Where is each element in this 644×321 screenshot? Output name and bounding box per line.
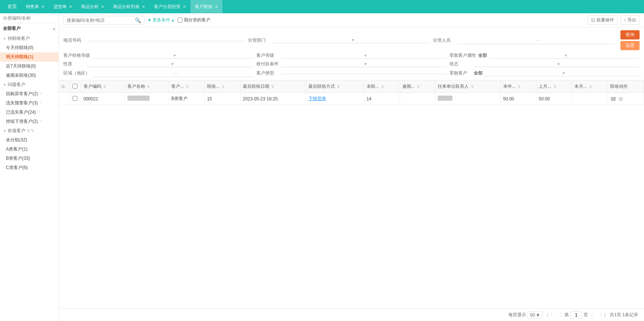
value-customer-refresh-icon[interactable]: ↻ xyxy=(27,128,30,133)
nav-sales[interactable]: 销售单 ✕ xyxy=(21,0,49,13)
sidebar-item-c-class[interactable]: C类客户(6) xyxy=(0,163,59,172)
nav-purchase[interactable]: 进货单 ✕ xyxy=(49,0,77,13)
first-page-button[interactable]: |〈 xyxy=(546,311,554,319)
page-number-input[interactable] xyxy=(570,311,582,319)
col-overdue-sort-icon[interactable]: ⇅ xyxy=(417,84,420,89)
sidebar-group-value-customers[interactable]: 价值客户 ↻ ✎ xyxy=(0,126,59,135)
row-checkbox[interactable] xyxy=(73,96,77,101)
filter-phone-input[interactable] xyxy=(88,39,245,41)
more-filter-button[interactable]: ▼ 更多条件 ▲ xyxy=(147,17,175,23)
filter-retail-attr-select[interactable]: ▼ xyxy=(489,53,640,59)
filter-customer-level-label: 客户等级 xyxy=(256,52,279,59)
sidebar-item-a-class[interactable]: A类客户(1) xyxy=(0,145,59,154)
col-not-contact-sort-icon[interactable]: ⇅ xyxy=(381,84,384,89)
my-customers-checkbox-label[interactable]: 我分管的客户 xyxy=(178,17,210,23)
col-this-year-sort-icon[interactable]: ⇅ xyxy=(518,84,521,89)
col-action-header: 联络动作 xyxy=(608,80,644,93)
nav-customer-contact[interactable]: 客户联络 ✕ xyxy=(190,0,223,13)
close-analysis-icon[interactable]: ✕ xyxy=(101,4,104,9)
row-contact-count: 15 xyxy=(204,93,240,105)
value-customer-edit-icon[interactable]: ✎ xyxy=(31,128,34,133)
bulk-action-button[interactable]: ☑ 批量操作 xyxy=(588,15,617,25)
sidebar-item-today-contact[interactable]: 今天待联络(0) xyxy=(0,43,59,52)
col-last-month-sort-icon[interactable]: ⇅ xyxy=(553,84,556,89)
close-customer-level-icon[interactable]: ✕ xyxy=(183,4,186,9)
help-icon-churn[interactable]: ? xyxy=(40,101,42,105)
col-last-method-sort-icon[interactable]: ⇅ xyxy=(337,84,340,89)
sidebar-item-b-class[interactable]: B类客户(33) xyxy=(0,154,59,163)
help-icon-abnormal[interactable]: ? xyxy=(40,92,42,96)
col-contact-sort-icon[interactable]: ⇅ xyxy=(221,84,224,89)
col-settings[interactable]: ⚙ xyxy=(59,80,70,93)
sidebar-search-input[interactable] xyxy=(3,15,58,21)
help-icon-churned[interactable]: ? xyxy=(38,110,40,114)
status-arrow-icon: ▼ xyxy=(557,62,638,66)
sidebar-item-tomorrow-contact[interactable]: 明天待联络(1) xyxy=(0,52,59,62)
filter-price-level: 客户价格等级 ▼ xyxy=(63,52,253,59)
last-page-button[interactable]: 〉| xyxy=(598,311,607,319)
nav-home[interactable]: 首页 xyxy=(3,0,21,13)
search-box[interactable]: 🔍 xyxy=(63,16,144,25)
sidebar-item-ungrouped[interactable]: 未分组(32) xyxy=(0,135,59,145)
col-unit-contact-sort-icon[interactable]: ⇅ xyxy=(471,84,474,89)
row-last-method[interactable]: 下销货单 xyxy=(306,93,364,105)
filter-price-level-select[interactable]: ▼ xyxy=(92,53,253,59)
sidebar-item-overdue-contact[interactable]: 逾期未联络(30) xyxy=(0,71,59,80)
col-code-sort-icon[interactable]: ⇅ xyxy=(103,84,106,89)
filter-status-select[interactable]: ▼ xyxy=(474,61,640,67)
col-name-header: 客户名称 ⇅ xyxy=(125,80,169,93)
sidebar-group-problem-customers[interactable]: 问题客户 xyxy=(0,80,59,89)
filter-customer-type-select[interactable] xyxy=(281,72,447,74)
next-page-button[interactable]: 〉 xyxy=(589,311,597,319)
close-sales-icon[interactable]: ✕ xyxy=(41,4,45,9)
sidebar-item-declining[interactable]: 持续下滑客户(2) ? xyxy=(0,117,59,126)
select-all-checkbox[interactable] xyxy=(73,84,77,89)
close-analysis-list-icon[interactable]: ✕ xyxy=(142,4,145,9)
page-size-box[interactable]: 50 ▼ xyxy=(528,311,543,319)
last-method-link[interactable]: 下销货单 xyxy=(308,96,326,101)
close-purchase-icon[interactable]: ✕ xyxy=(69,4,72,9)
row-checkbox-cell[interactable] xyxy=(70,93,81,105)
sidebar-item-7days-contact[interactable]: 近7天待联络(0) xyxy=(0,62,59,71)
row-more-icon[interactable]: ⊞ xyxy=(619,96,623,102)
col-last-method-label: 最后联络方式 xyxy=(308,84,335,89)
col-name-sort-icon[interactable]: ⇅ xyxy=(147,84,150,89)
nav-customer-level[interactable]: 客户分层经营 ✕ xyxy=(150,0,190,13)
all-customers-header[interactable]: 全部客户 « xyxy=(0,23,59,34)
filter-area-select[interactable]: ··· xyxy=(92,69,253,77)
filter-manager-select[interactable]: ··· xyxy=(457,37,615,44)
close-customer-contact-icon[interactable]: ✕ xyxy=(215,4,218,9)
col-this-month-sort-icon[interactable]: ⇅ xyxy=(589,84,592,89)
my-customers-checkbox[interactable] xyxy=(178,18,182,23)
filter-nature-select[interactable]: ▼ xyxy=(88,61,253,67)
settings-gear-icon[interactable]: ⚙ xyxy=(61,84,65,89)
sidebar-item-abnormal-repurchase[interactable]: 回购异常客户(2) ? xyxy=(0,89,59,99)
query-button[interactable]: 查询 xyxy=(620,30,640,39)
row-this-year: 50.00 xyxy=(501,93,536,105)
nav-analysis-list[interactable]: 商品分析列表 ✕ xyxy=(109,0,150,13)
sidebar-item-churned[interactable]: 已流失客户(24) ? xyxy=(0,108,59,117)
col-type-sort-icon[interactable]: ⇅ xyxy=(186,84,189,89)
export-button[interactable]: ↑ 导出 xyxy=(620,15,640,25)
nav-analysis[interactable]: 商品分析 ✕ xyxy=(77,0,109,13)
filter-payment-select[interactable]: ▼ xyxy=(281,61,447,67)
page-label: 第 xyxy=(564,312,569,318)
filter-customer-level-select[interactable]: ▼ xyxy=(281,53,447,59)
filter-dept-select[interactable]: ▼ xyxy=(272,37,430,43)
search-submit-icon[interactable]: 🔍 xyxy=(135,17,141,23)
row-contact-icon[interactable]: ☎ xyxy=(610,96,616,102)
help-icon-declining[interactable]: ? xyxy=(40,120,42,124)
col-last-date-sort-icon[interactable]: ⇅ xyxy=(271,84,274,89)
col-checkbox[interactable] xyxy=(70,80,81,93)
sidebar: 🔍 全部客户 « 待联络客户 今天待联络(0) 明天待联络(1) 近7天待联络(… xyxy=(0,13,59,321)
row-last-month: 50.00 xyxy=(536,93,572,105)
row-code: 000021 xyxy=(81,93,125,105)
sidebar-item-churn-warning[interactable]: 流失预警客户(3) ? xyxy=(0,99,59,108)
prev-page-button[interactable]: 〈 xyxy=(556,311,563,319)
search-input[interactable] xyxy=(67,18,135,23)
set-button[interactable]: 设置 xyxy=(620,41,640,50)
sidebar-group-pending-contact[interactable]: 待联络客户 xyxy=(0,34,59,43)
filter-dept-label: 分管部门 xyxy=(248,37,270,44)
filter-retail-customer-select[interactable]: ▼ xyxy=(484,70,640,76)
content-area: 🔍 ▼ 更多条件 ▲ 我分管的客户 ☑ 批量操作 ↑ 导出 xyxy=(59,13,644,321)
